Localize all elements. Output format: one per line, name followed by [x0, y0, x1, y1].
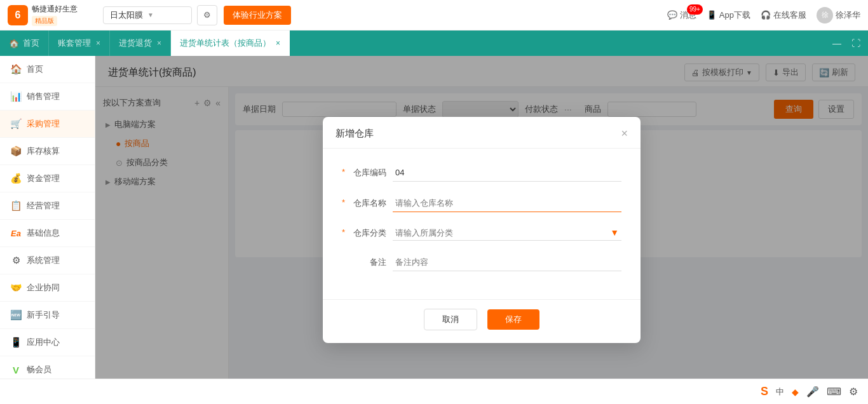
- tab-bar: 🏠 首页 账套管理 × 进货退货 × 进货单统计表（按商品） × — ⛶: [0, 30, 868, 56]
- notification-badge: 99+: [687, 4, 703, 15]
- form-row-note: 备注: [342, 253, 621, 271]
- sidebar-label-management: 经营管理: [27, 200, 60, 212]
- user-profile[interactable]: 徐 徐泽华: [817, 7, 860, 24]
- modal-title: 新增仓库: [336, 128, 374, 140]
- app-download-button[interactable]: 📱 App下载: [707, 10, 750, 21]
- warehouse-code-input[interactable]: [393, 164, 621, 182]
- finance-icon: 💰: [10, 173, 22, 184]
- sidebar-item-home[interactable]: 🏠 首页: [0, 56, 95, 83]
- online-service-button[interactable]: 🎧 在线客服: [761, 10, 806, 21]
- sidebar-item-basic-info[interactable]: Ea 基础信息: [0, 220, 95, 247]
- app-download-label: App下载: [719, 10, 750, 21]
- tab-label-accounts: 账套管理: [58, 37, 91, 49]
- form-row-category: 仓库分类 ▼: [342, 225, 621, 241]
- store-name: 日太阳膜: [110, 10, 147, 21]
- form-row-code: 仓库编码: [342, 164, 621, 182]
- sidebar-label-inventory: 库存核算: [27, 145, 60, 157]
- save-button[interactable]: 保存: [487, 309, 539, 330]
- modal-overlay: 新增仓库 × 仓库编码 仓库名称 仓库分类: [95, 56, 868, 404]
- tab-minimize-icon[interactable]: —: [830, 37, 844, 50]
- modal-body: 仓库编码 仓库名称 仓库分类 ▼: [323, 149, 641, 299]
- sidebar-item-finance[interactable]: 💰 资金管理: [0, 165, 95, 192]
- sidebar-label-purchase: 采购管理: [27, 118, 60, 130]
- add-warehouse-modal: 新增仓库 × 仓库编码 仓库名称 仓库分类: [323, 117, 641, 343]
- sidebar-label-sales: 销售管理: [27, 91, 60, 102]
- warehouse-category-label: 仓库分类: [342, 227, 393, 239]
- tab-bar-right: — ⛶: [830, 30, 868, 56]
- sidebar-label-basic-info: 基础信息: [27, 227, 60, 239]
- warehouse-category-input[interactable]: [395, 228, 610, 238]
- mic-icon[interactable]: 🎤: [806, 386, 819, 398]
- vip-icon: V: [10, 364, 22, 375]
- modal-header: 新增仓库 ×: [323, 117, 641, 149]
- bottom-bar: S 中 ◆ 🎤 ⌨ ⚙: [0, 379, 868, 404]
- tab-label-purchase-return: 进货退货: [119, 37, 152, 49]
- sidebar-label-newbie: 新手引导: [27, 309, 60, 321]
- tab-accounts[interactable]: 账套管理 ×: [49, 30, 110, 56]
- tab-close-purchase-return[interactable]: ×: [157, 39, 161, 48]
- keyboard-icon[interactable]: ⌨: [827, 386, 841, 398]
- main-layout: 🏠 首页 📊 销售管理 🛒 采购管理 📦 库存核算 💰 资金管理 📋 经营管理 …: [0, 56, 868, 404]
- management-icon: 📋: [10, 200, 22, 212]
- header-right: 💬 消息 99+ 📱 App下载 🎧 在线客服 徐 徐泽华: [667, 7, 860, 24]
- store-selector[interactable]: 日太阳膜 ▼: [103, 6, 192, 24]
- chevron-down-icon: ▼: [147, 11, 185, 18]
- warehouse-code-label: 仓库编码: [342, 167, 393, 178]
- warehouse-name-label: 仓库名称: [342, 198, 393, 209]
- s-logo-icon: S: [761, 385, 768, 398]
- sidebar-label-enterprise: 企业协同: [27, 282, 60, 293]
- top-header: 6 畅捷通好生意 精品版 日太阳膜 ▼ ⚙ 体验行业方案 💬 消息 99+ 📱 …: [0, 0, 868, 30]
- tab-close-accounts[interactable]: ×: [96, 39, 100, 48]
- note-input[interactable]: [393, 253, 621, 271]
- tab-home[interactable]: 🏠 首页: [0, 30, 49, 56]
- sidebar-label-app-center: 应用中心: [27, 337, 60, 348]
- sidebar-item-purchase[interactable]: 🛒 采购管理: [0, 111, 95, 138]
- headset-icon: 🎧: [761, 10, 771, 20]
- logo-area: 6 畅捷通好生意 精品版: [8, 4, 103, 26]
- tab-close-purchase-stats[interactable]: ×: [276, 39, 280, 48]
- modal-footer: 取消 保存: [323, 299, 641, 343]
- sidebar-label-home: 首页: [27, 64, 43, 75]
- logo-icon: 6: [8, 5, 28, 25]
- home-icon: 🏠: [9, 39, 19, 48]
- logo-text: 畅捷通好生意 精品版: [32, 4, 78, 26]
- tab-purchase-return[interactable]: 进货退货 ×: [110, 30, 171, 56]
- sidebar-item-enterprise[interactable]: 🤝 企业协同: [0, 274, 95, 302]
- sales-icon: 📊: [10, 91, 22, 102]
- sidebar-label-vip: 畅会员: [27, 364, 51, 375]
- app-icon: 📱: [707, 10, 717, 20]
- sidebar-item-app-center[interactable]: 📱 应用中心: [0, 329, 95, 356]
- tab-label-home: 首页: [23, 37, 39, 49]
- purchase-icon: 🛒: [10, 118, 22, 130]
- app-center-icon: 📱: [10, 337, 22, 348]
- cancel-button[interactable]: 取消: [424, 309, 477, 330]
- modal-close-button[interactable]: ×: [621, 127, 628, 140]
- tab-maximize-icon[interactable]: ⛶: [849, 37, 863, 50]
- messages-button[interactable]: 💬 消息 99+: [667, 10, 696, 21]
- chinese-label: 中: [776, 386, 784, 398]
- info-icon: Ea: [10, 227, 22, 239]
- home-icon: 🏠: [10, 64, 22, 75]
- username: 徐泽华: [836, 10, 860, 21]
- trial-button[interactable]: 体验行业方案: [224, 6, 291, 25]
- tab-purchase-stats[interactable]: 进货单统计表（按商品） ×: [171, 30, 290, 56]
- sidebar-item-inventory[interactable]: 📦 库存核算: [0, 138, 95, 165]
- sidebar-label-system: 系统管理: [27, 255, 60, 266]
- sidebar: 🏠 首页 📊 销售管理 🛒 采购管理 📦 库存核算 💰 资金管理 📋 经营管理 …: [0, 56, 95, 404]
- app-name: 畅捷通好生意: [32, 4, 78, 15]
- settings-icon[interactable]: ⚙: [849, 386, 858, 398]
- warehouse-category-select[interactable]: ▼: [393, 225, 621, 241]
- system-icon: ⚙: [10, 255, 22, 266]
- sidebar-item-newbie[interactable]: 🆕 新手引导: [0, 302, 95, 329]
- warehouse-name-input[interactable]: [393, 194, 621, 212]
- sidebar-item-system[interactable]: ⚙ 系统管理: [0, 247, 95, 274]
- sidebar-item-sales[interactable]: 📊 销售管理: [0, 83, 95, 111]
- message-icon: 💬: [667, 10, 677, 20]
- sidebar-item-management[interactable]: 📋 经营管理: [0, 192, 95, 220]
- form-row-name: 仓库名称: [342, 194, 621, 212]
- dot-icon: ◆: [792, 387, 799, 397]
- settings-button[interactable]: ⚙: [197, 5, 217, 25]
- tab-label-purchase-stats: 进货单统计表（按商品）: [180, 37, 271, 49]
- note-label: 备注: [342, 257, 393, 268]
- avatar-initials: 徐: [822, 10, 829, 20]
